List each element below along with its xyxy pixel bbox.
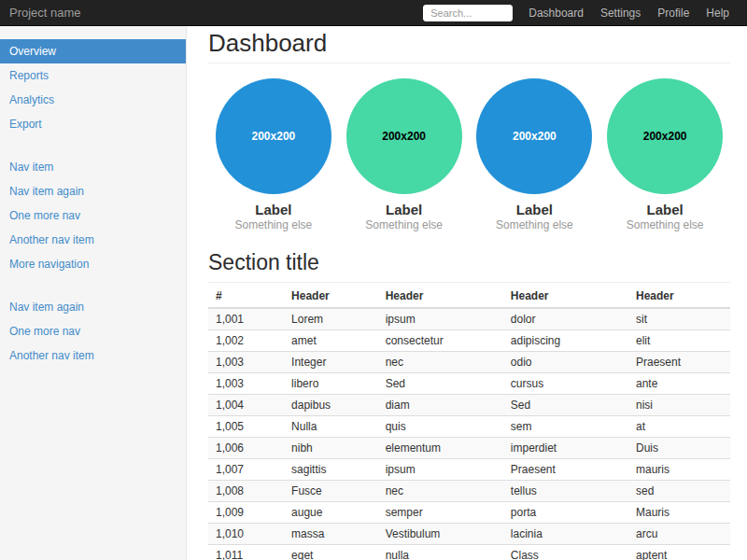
sidebar-list-item: One more nav xyxy=(0,319,186,343)
table-row: 1,011egetnullaClassaptent xyxy=(208,545,730,560)
sidebar-list-item: Overview xyxy=(0,39,186,63)
table-row: 1,005Nullaquissemat xyxy=(208,416,730,438)
table-cell: nulla xyxy=(378,545,503,560)
placeholder-card: 200x200LabelSomething else xyxy=(599,78,730,231)
table-cell: semper xyxy=(378,502,503,524)
sidebar-group-1: OverviewReportsAnalyticsExport xyxy=(0,39,186,136)
placeholder-sublabel: Something else xyxy=(235,218,313,231)
sidebar-list-item: Reports xyxy=(0,63,186,88)
table-cell: Sed xyxy=(503,395,628,416)
brand-link[interactable]: Project name xyxy=(0,6,81,20)
table-cell: 1,008 xyxy=(208,481,284,502)
table-row: 1,006nibhelementumimperdietDuis xyxy=(208,438,730,459)
table-row: 1,004dapibusdiamSednisi xyxy=(208,395,730,416)
table-header-cell: # xyxy=(208,286,284,308)
table-cell: Sed xyxy=(378,373,503,395)
placeholder-image: 200x200 xyxy=(476,78,592,194)
table-cell: sem xyxy=(503,416,628,438)
table-cell: nisi xyxy=(628,395,730,416)
sidebar-item-overview[interactable]: Overview xyxy=(0,39,186,63)
table-cell: ante xyxy=(628,373,730,395)
table-row: 1,010massaVestibulumlaciniaarcu xyxy=(208,524,730,545)
table-cell: diam xyxy=(378,395,503,416)
sidebar-item-nav-item-again[interactable]: Nav item again xyxy=(0,179,186,203)
table-cell: imperdiet xyxy=(503,438,628,459)
table-cell: nec xyxy=(378,481,503,502)
placeholder-image: 200x200 xyxy=(346,78,462,194)
table-cell: Praesent xyxy=(503,459,628,481)
sidebar-item-reports[interactable]: Reports xyxy=(0,63,186,88)
table-cell: elit xyxy=(628,330,730,352)
sidebar: OverviewReportsAnalyticsExportNav itemNa… xyxy=(0,26,187,560)
sidebar-list-item: Nav item xyxy=(0,155,186,179)
table-cell: nec xyxy=(378,352,503,373)
table-cell: at xyxy=(628,416,730,438)
search-input[interactable] xyxy=(423,5,513,21)
table-cell: aptent xyxy=(628,545,730,560)
placeholder-row: 200x200LabelSomething else200x200LabelSo… xyxy=(208,78,730,231)
navbar-link-help[interactable]: Help xyxy=(698,7,738,20)
table-cell: 1,011 xyxy=(208,545,284,560)
table-cell: 1,002 xyxy=(208,330,284,352)
table-cell: Nulla xyxy=(284,416,378,438)
table-cell: Mauris xyxy=(628,502,730,524)
sidebar-item-one-more-nav[interactable]: One more nav xyxy=(0,319,186,343)
table-cell: libero xyxy=(284,373,378,395)
table-cell: Vestibulum xyxy=(378,524,503,545)
table-row: 1,007sagittisipsumPraesentmauris xyxy=(208,459,730,481)
navbar-link-profile[interactable]: Profile xyxy=(649,7,698,20)
sidebar-list-item: Export xyxy=(0,112,186,136)
table-header-cell: Header xyxy=(284,286,378,308)
top-navbar: Project name DashboardSettingsProfileHel… xyxy=(0,0,747,26)
table-cell: 1,003 xyxy=(208,352,284,373)
table-cell: dapibus xyxy=(284,395,378,416)
placeholder-sublabel: Something else xyxy=(496,218,573,231)
sidebar-item-more-navigation[interactable]: More navigation xyxy=(0,252,186,276)
table-cell: 1,004 xyxy=(208,395,284,416)
sidebar-list-item: One more nav xyxy=(0,203,186,228)
table-cell: 1,003 xyxy=(208,373,284,395)
table-cell: Lorem xyxy=(284,308,378,330)
table-row: 1,003IntegernecodioPraesent xyxy=(208,352,730,373)
sidebar-item-another-nav-item[interactable]: Another nav item xyxy=(0,343,186,368)
section-title: Section title xyxy=(208,252,730,283)
placeholder-card: 200x200LabelSomething else xyxy=(208,78,339,231)
placeholder-label: Label xyxy=(386,202,422,217)
sidebar-item-export[interactable]: Export xyxy=(0,112,186,136)
sidebar-item-another-nav-item[interactable]: Another nav item xyxy=(0,228,186,252)
table-cell: elementum xyxy=(378,438,503,459)
table-cell: mauris xyxy=(628,459,730,481)
table-cell: massa xyxy=(284,524,378,545)
sidebar-list-item: Another nav item xyxy=(0,228,186,252)
table-cell: cursus xyxy=(503,373,628,395)
table-cell: tellus xyxy=(503,481,628,502)
table-cell: dolor xyxy=(503,308,628,330)
table-cell: odio xyxy=(503,352,628,373)
table-cell: Integer xyxy=(284,352,378,373)
table-cell: ipsum xyxy=(378,459,503,481)
table-header-cell: Header xyxy=(628,286,730,308)
navbar-right: DashboardSettingsProfileHelp xyxy=(423,5,747,21)
sidebar-item-nav-item[interactable]: Nav item xyxy=(0,155,186,179)
table-header-cell: Header xyxy=(503,286,628,308)
navbar-link-dashboard[interactable]: Dashboard xyxy=(520,7,592,20)
main-content: Dashboard 200x200LabelSomething else200x… xyxy=(187,26,747,560)
placeholder-label: Label xyxy=(255,202,291,217)
table-row: 1,003liberoSedcursusante xyxy=(208,373,730,395)
table-header-cell: Header xyxy=(378,286,503,308)
placeholder-label: Label xyxy=(516,202,553,217)
table-cell: sed xyxy=(628,481,730,502)
sidebar-item-analytics[interactable]: Analytics xyxy=(0,88,186,112)
placeholder-image: 200x200 xyxy=(607,78,723,194)
placeholder-sublabel: Something else xyxy=(365,218,443,231)
sidebar-item-nav-item-again[interactable]: Nav item again xyxy=(0,295,186,319)
table-cell: 1,001 xyxy=(208,308,284,330)
table-body: 1,001Loremipsumdolorsit1,002ametconsecte… xyxy=(208,308,730,560)
table-cell: Praesent xyxy=(628,352,730,373)
navbar-link-settings[interactable]: Settings xyxy=(592,7,649,20)
table-row: 1,009auguesemperportaMauris xyxy=(208,502,730,524)
sidebar-item-one-more-nav[interactable]: One more nav xyxy=(0,203,186,228)
table-cell: 1,006 xyxy=(208,438,284,459)
table-cell: 1,007 xyxy=(208,459,284,481)
table-cell: 1,010 xyxy=(208,524,284,545)
